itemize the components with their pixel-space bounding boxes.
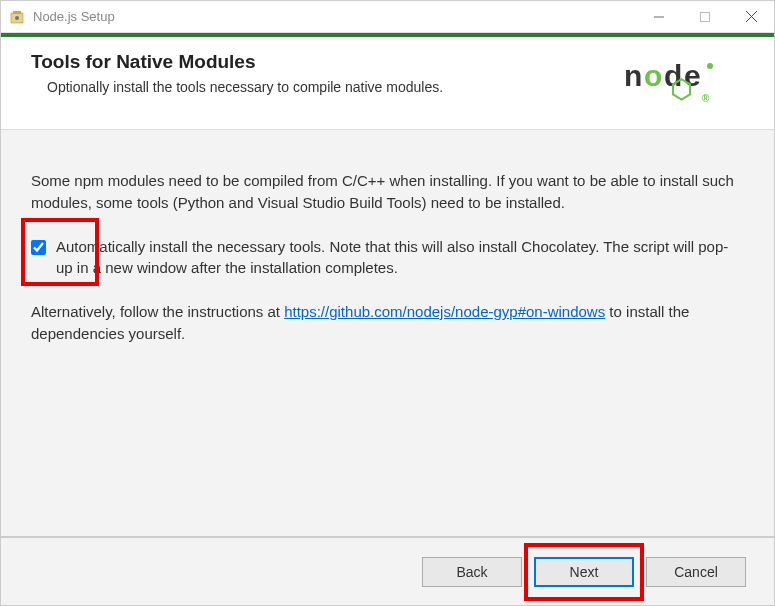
svg-text:®: ® (702, 93, 710, 104)
footer: Back Next Cancel (1, 537, 774, 605)
alt-prefix: Alternatively, follow the instructions a… (31, 303, 284, 320)
back-button[interactable]: Back (422, 557, 522, 587)
window-controls (636, 1, 774, 32)
close-button[interactable] (728, 1, 774, 32)
content-area: Some npm modules need to be compiled fro… (1, 130, 774, 536)
installer-icon (9, 9, 25, 25)
node-logo: n o d e ® (614, 51, 744, 111)
svg-rect-1 (13, 11, 21, 14)
auto-install-label[interactable]: Automatically install the necessary tool… (56, 236, 744, 280)
svg-text:e: e (684, 59, 700, 92)
page-title: Tools for Native Modules (31, 51, 614, 73)
checkbox-row: Automatically install the necessary tool… (31, 236, 744, 280)
auto-install-checkbox[interactable] (31, 240, 46, 255)
window-title: Node.js Setup (33, 9, 636, 24)
next-button[interactable]: Next (534, 557, 634, 587)
svg-rect-4 (701, 12, 710, 21)
minimize-button[interactable] (636, 1, 682, 32)
cancel-button[interactable]: Cancel (646, 557, 746, 587)
header: Tools for Native Modules Optionally inst… (1, 37, 774, 130)
svg-text:n: n (624, 59, 641, 92)
page-subtitle: Optionally install the tools necessary t… (31, 79, 614, 95)
header-text: Tools for Native Modules Optionally inst… (31, 51, 614, 95)
node-gyp-link[interactable]: https://github.com/nodejs/node-gyp#on-wi… (284, 303, 605, 320)
titlebar: Node.js Setup (1, 1, 774, 33)
alternative-text: Alternatively, follow the instructions a… (31, 301, 744, 345)
maximize-button[interactable] (682, 1, 728, 32)
svg-point-11 (707, 63, 713, 69)
installer-window: Node.js Setup Tools for Native Modules O… (0, 0, 775, 606)
svg-point-2 (15, 16, 19, 20)
svg-text:o: o (644, 59, 662, 92)
intro-text: Some npm modules need to be compiled fro… (31, 170, 744, 214)
next-button-wrap: Next (534, 557, 634, 587)
